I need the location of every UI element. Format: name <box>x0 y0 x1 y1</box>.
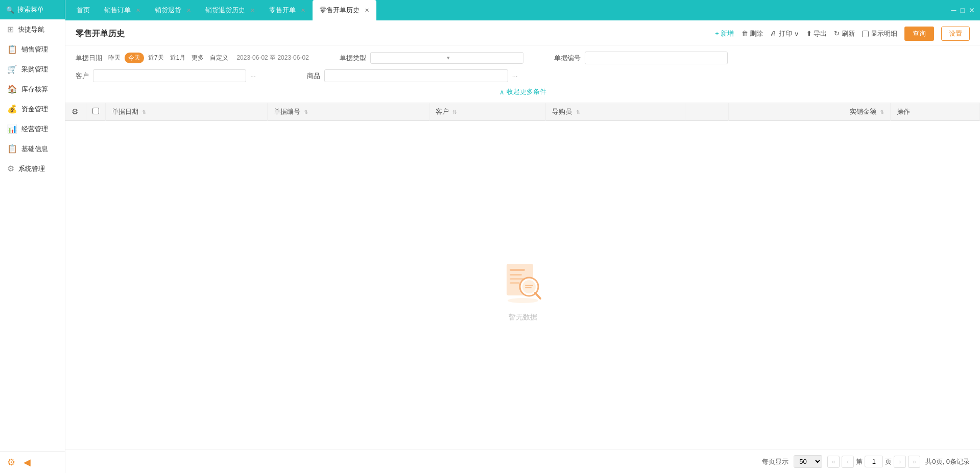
total-info: 共0页, 0条记录 <box>925 457 970 466</box>
tab-sales-return[interactable]: 销货退货 ✕ <box>148 0 198 20</box>
window-controls: ─ □ ✕ <box>951 6 975 14</box>
empty-icon <box>497 259 548 305</box>
next-page-btn[interactable]: › <box>894 456 906 468</box>
tab-retail-open-history[interactable]: 零售开单历史 ✕ <box>313 0 376 20</box>
sys-icon: ⚙ <box>7 164 14 173</box>
window-maximize[interactable]: □ <box>961 6 965 14</box>
sidebar-search-btn[interactable]: 🔍 搜索菜单 <box>0 0 65 19</box>
date-yesterday[interactable]: 昨天 <box>106 53 123 63</box>
query-button[interactable]: 查询 <box>904 27 934 41</box>
page-suffix-label: 页 <box>885 457 892 466</box>
sidebar-item-ops-mgmt[interactable]: 📊 经营管理 <box>0 119 65 139</box>
th-no[interactable]: 单据编号 ⇅ <box>267 103 429 121</box>
bill-type-arrow-icon: ▾ <box>447 55 519 61</box>
show-detail-checkbox-label[interactable]: 显示明细 <box>862 29 897 38</box>
svg-point-0 <box>508 298 538 303</box>
tab-home[interactable]: 首页 <box>69 0 97 20</box>
add-button[interactable]: + 新增 <box>715 29 734 38</box>
date-today[interactable]: 今天 <box>125 53 144 63</box>
delete-button[interactable]: 🗑 删除 <box>742 29 763 38</box>
tab-sales-return-history[interactable]: 销货退货历史 ✕ <box>198 0 262 20</box>
page-number-input[interactable] <box>865 456 883 467</box>
th-amount-label: 实销金额 <box>850 108 876 115</box>
tab-sales-return-history-label: 销货退货历史 <box>205 6 245 15</box>
tab-retail-open[interactable]: 零售开单 ✕ <box>262 0 313 20</box>
tab-retail-open-close[interactable]: ✕ <box>301 7 305 14</box>
table-area: ⚙ 单据日期 ⇅ 单据编号 ⇅ <box>65 103 980 450</box>
bill-type-select[interactable]: ▾ <box>370 52 523 64</box>
bill-type-label: 单据类型 <box>340 54 366 63</box>
th-spacer <box>685 103 729 121</box>
sidebar-item-quick-nav[interactable]: ⊞ 快捷导航 <box>0 19 65 39</box>
window-close[interactable]: ✕ <box>969 6 975 14</box>
purchase-icon: 🛒 <box>7 64 17 74</box>
salesperson-sort-icon: ⇅ <box>576 109 580 115</box>
page-nav: « ‹ 第 页 › » <box>827 456 920 468</box>
ops-icon: 📊 <box>7 124 17 134</box>
export-button[interactable]: ⬆ 导出 <box>806 29 827 38</box>
customer-input[interactable] <box>93 69 246 82</box>
th-salesperson[interactable]: 导购员 ⇅ <box>545 103 685 121</box>
first-page-btn[interactable]: « <box>827 456 840 468</box>
tab-sales-order-close[interactable]: ✕ <box>136 7 140 14</box>
setting-button[interactable]: 设置 <box>941 27 970 41</box>
product-input[interactable] <box>324 69 508 82</box>
prev-page-btn[interactable]: ‹ <box>842 456 854 468</box>
table-gear-icon[interactable]: ⚙ <box>71 107 78 116</box>
date-last7[interactable]: 近7天 <box>146 53 166 63</box>
per-page-select[interactable]: 50 10 20 100 <box>794 455 822 468</box>
tab-retail-open-history-label: 零售开单历史 <box>320 6 360 15</box>
page-label: 第 <box>856 457 863 466</box>
tab-retail-open-history-close[interactable]: ✕ <box>365 7 369 14</box>
th-amount[interactable]: 实销金额 ⇅ <box>729 103 891 121</box>
th-customer[interactable]: 客户 ⇅ <box>429 103 545 121</box>
th-customer-label: 客户 <box>436 108 449 115</box>
customer-filter: 客户 ··· <box>76 69 256 82</box>
customer-sort-icon: ⇅ <box>452 109 457 115</box>
toolbar: + 新增 🗑 删除 🖨 打印 ∨ ⬆ 导出 ↻ 刷新 显示明细 查询 设置 <box>715 27 970 41</box>
filter-row-1: 单据日期 昨天 今天 近7天 近1月 更多 自定义 2023-06-02 至 2… <box>76 52 970 64</box>
svg-rect-5 <box>510 282 520 284</box>
date-filter: 单据日期 昨天 今天 近7天 近1月 更多 自定义 2023-06-02 至 2… <box>76 53 309 63</box>
tab-sales-order[interactable]: 销售订单 ✕ <box>97 0 148 20</box>
main-area: 首页 销售订单 ✕ 销货退货 ✕ 销货退货历史 ✕ 零售开单 ✕ 零售开单历史 … <box>65 0 980 473</box>
svg-point-7 <box>522 280 536 293</box>
date-last1m[interactable]: 近1月 <box>168 53 188 63</box>
product-dots[interactable]: ··· <box>512 72 518 80</box>
sidebar-item-label: 经营管理 <box>21 125 48 134</box>
sidebar-collapse-icon[interactable]: ◀ <box>23 457 31 468</box>
sidebar-item-label: 系统管理 <box>18 164 45 173</box>
sidebar-item-inventory[interactable]: 🏠 库存核算 <box>0 79 65 99</box>
svg-line-8 <box>535 293 540 298</box>
sidebar-item-sales-mgmt[interactable]: 📋 销售管理 <box>0 39 65 59</box>
sidebar-item-base-info[interactable]: 📋 基础信息 <box>0 139 65 159</box>
tab-sales-return-close[interactable]: ✕ <box>186 7 191 14</box>
th-salesperson-label: 导购员 <box>552 108 572 115</box>
date-more[interactable]: 更多 <box>189 53 206 63</box>
date-sort-icon: ⇅ <box>142 109 146 115</box>
svg-rect-3 <box>510 274 522 276</box>
data-table: ⚙ 单据日期 ⇅ 单据编号 ⇅ <box>65 103 980 121</box>
product-filter: 商品 ··· <box>307 69 518 82</box>
window-minimize[interactable]: ─ <box>951 6 957 14</box>
tab-sales-return-history-close[interactable]: ✕ <box>250 7 255 14</box>
collapse-label: 收起更多条件 <box>507 87 546 96</box>
bill-no-input[interactable] <box>585 52 728 64</box>
settings-gear-icon[interactable]: ⚙ <box>7 457 15 468</box>
sidebar-item-finance-mgmt[interactable]: 💰 资金管理 <box>0 99 65 119</box>
top-nav: 首页 销售订单 ✕ 销货退货 ✕ 销货退货历史 ✕ 零售开单 ✕ 零售开单历史 … <box>65 0 980 20</box>
sidebar-item-sys-mgmt[interactable]: ⚙ 系统管理 <box>0 159 65 179</box>
select-all-checkbox[interactable] <box>92 108 99 114</box>
refresh-button[interactable]: ↻ 刷新 <box>834 29 855 38</box>
customer-dots[interactable]: ··· <box>250 72 256 80</box>
amount-sort-icon: ⇅ <box>880 109 884 115</box>
collapse-conditions-btn[interactable]: ∧ 收起更多条件 <box>76 87 970 96</box>
th-date[interactable]: 单据日期 ⇅ <box>105 103 267 121</box>
print-button[interactable]: 🖨 打印 ∨ <box>770 29 799 38</box>
last-page-btn[interactable]: » <box>908 456 920 468</box>
svg-rect-4 <box>510 278 524 280</box>
show-detail-checkbox[interactable] <box>862 31 869 37</box>
sidebar-item-purchase-mgmt[interactable]: 🛒 采购管理 <box>0 59 65 79</box>
date-custom[interactable]: 自定义 <box>208 53 230 63</box>
sidebar-item-label: 快捷导航 <box>18 25 44 34</box>
